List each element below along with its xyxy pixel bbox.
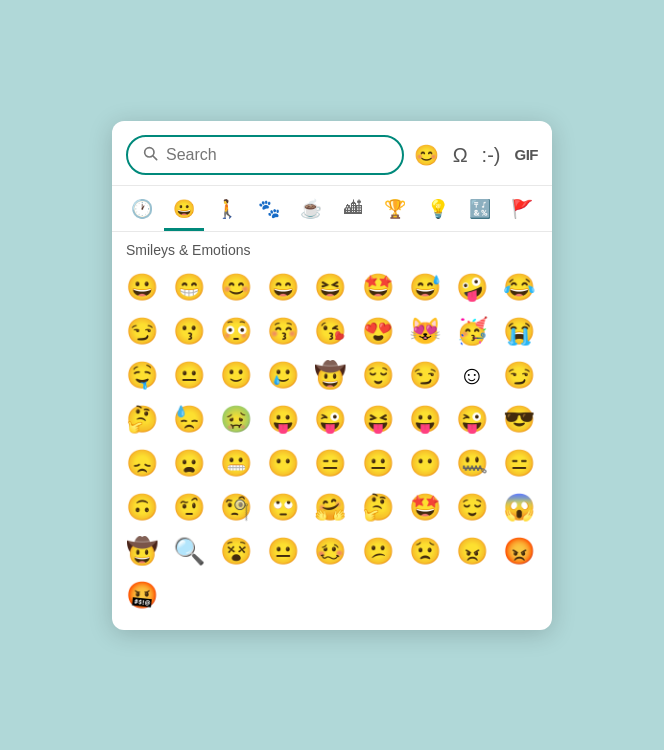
- emoji-cell[interactable]: 😗: [167, 310, 211, 354]
- tab-smileys[interactable]: 😀: [164, 192, 204, 231]
- emoji-cell[interactable]: 🥴: [308, 530, 352, 574]
- emoji-cell[interactable]: 😜: [308, 398, 352, 442]
- tab-food[interactable]: ☕: [291, 192, 331, 231]
- emoji-cell[interactable]: 🤔: [356, 486, 400, 530]
- tab-animals[interactable]: 🐾: [249, 192, 289, 231]
- emoji-cell[interactable]: 😳: [214, 310, 258, 354]
- emoji-cell[interactable]: 😑: [308, 442, 352, 486]
- emoji-cell[interactable]: 🤠: [308, 354, 352, 398]
- emoji-picker: 😊 Ω :-) GIF 🕐😀🚶🐾☕🏙🏆💡🔣🚩 Smileys & Emotion…: [112, 121, 552, 630]
- search-icon: [142, 145, 158, 165]
- emoji-cell[interactable]: 😐: [167, 354, 211, 398]
- tab-recent[interactable]: 🕐: [122, 192, 162, 231]
- emoji-cell[interactable]: 😚: [261, 310, 305, 354]
- emoji-cell[interactable]: 😌: [450, 486, 494, 530]
- text-face-icon-btn[interactable]: :-): [482, 145, 501, 165]
- emoji-cell[interactable]: 🔍: [167, 530, 211, 574]
- emoji-cell[interactable]: 😛: [261, 398, 305, 442]
- emoji-cell[interactable]: 😄: [261, 266, 305, 310]
- emoji-cell[interactable]: 😐: [261, 530, 305, 574]
- emoji-cell[interactable]: 😻: [403, 310, 447, 354]
- emoji-cell[interactable]: 😞: [120, 442, 164, 486]
- tab-people[interactable]: 🚶: [206, 192, 246, 231]
- emoji-cell[interactable]: 😊: [214, 266, 258, 310]
- emoji-cell[interactable]: 🧐: [214, 486, 258, 530]
- emoji-cell[interactable]: 🤐: [450, 442, 494, 486]
- section-label: Smileys & Emotions: [112, 232, 552, 264]
- gif-icon-btn[interactable]: GIF: [515, 147, 539, 162]
- search-input[interactable]: [166, 146, 388, 164]
- emoji-cell[interactable]: 😱: [497, 486, 541, 530]
- emoji-cell[interactable]: 🤨: [167, 486, 211, 530]
- emoji-cell[interactable]: 🤩: [356, 266, 400, 310]
- emoji-cell[interactable]: 😏: [403, 354, 447, 398]
- emoji-cell[interactable]: ☺️: [450, 354, 494, 398]
- emoji-cell[interactable]: 😡: [497, 530, 541, 574]
- emoji-cell[interactable]: 🤔: [120, 398, 164, 442]
- emoji-cell[interactable]: 😘: [308, 310, 352, 354]
- tab-objects[interactable]: 🏆: [375, 192, 415, 231]
- tab-flags[interactable]: 🚩: [502, 192, 542, 231]
- emoji-cell[interactable]: 😆: [308, 266, 352, 310]
- emoji-cell[interactable]: 😌: [356, 354, 400, 398]
- emoji-cell[interactable]: 😍: [356, 310, 400, 354]
- emoji-cell[interactable]: 🥲: [261, 354, 305, 398]
- emoji-cell[interactable]: 😕: [356, 530, 400, 574]
- search-box[interactable]: [126, 135, 404, 175]
- tab-symbols[interactable]: 💡: [417, 192, 457, 231]
- emoji-cell[interactable]: 🙄: [261, 486, 305, 530]
- emoji-icon-btn[interactable]: 😊: [414, 145, 439, 165]
- emoji-cell[interactable]: 🤤: [120, 354, 164, 398]
- emoji-cell[interactable]: 😅: [403, 266, 447, 310]
- emoji-cell[interactable]: 🤬: [120, 574, 164, 618]
- emoji-cell[interactable]: 😠: [450, 530, 494, 574]
- emoji-cell[interactable]: 😜: [450, 398, 494, 442]
- emoji-cell[interactable]: 😎: [497, 398, 541, 442]
- emoji-cell[interactable]: 😝: [356, 398, 400, 442]
- emoji-cell[interactable]: 😓: [167, 398, 211, 442]
- emoji-cell[interactable]: 😑: [497, 442, 541, 486]
- emoji-cell[interactable]: 😏: [497, 354, 541, 398]
- emoji-cell[interactable]: 🤗: [308, 486, 352, 530]
- emoji-cell[interactable]: 🤪: [450, 266, 494, 310]
- emoji-cell[interactable]: 😶: [261, 442, 305, 486]
- svg-line-1: [153, 156, 157, 160]
- emoji-cell[interactable]: 😟: [403, 530, 447, 574]
- emoji-cell[interactable]: 😶: [403, 442, 447, 486]
- header-icons: 😊 Ω :-) GIF: [414, 145, 538, 165]
- emoji-cell[interactable]: 😀: [120, 266, 164, 310]
- omega-icon-btn[interactable]: Ω: [453, 145, 468, 165]
- emoji-cell[interactable]: 😛: [403, 398, 447, 442]
- emoji-cell[interactable]: 🤩: [403, 486, 447, 530]
- tab-travel[interactable]: 🏙: [333, 192, 373, 230]
- emoji-cell[interactable]: 🙂: [214, 354, 258, 398]
- emoji-cell[interactable]: 😂: [497, 266, 541, 310]
- tab-special[interactable]: 🔣: [460, 192, 500, 231]
- emoji-grid: 😀😁😊😄😆🤩😅🤪😂😏😗😳😚😘😍😻🥳😭🤤😐🙂🥲🤠😌😏☺️😏🤔😓🤢😛😜😝😛😜😎😞😦😬…: [112, 264, 552, 622]
- emoji-cell[interactable]: 🤠: [120, 530, 164, 574]
- emoji-cell[interactable]: 🤢: [214, 398, 258, 442]
- emoji-cell[interactable]: 😦: [167, 442, 211, 486]
- header-row: 😊 Ω :-) GIF: [112, 121, 552, 186]
- emoji-cell[interactable]: 🥳: [450, 310, 494, 354]
- emoji-cell[interactable]: 😬: [214, 442, 258, 486]
- emoji-cell[interactable]: 😭: [497, 310, 541, 354]
- emoji-cell[interactable]: 😐: [356, 442, 400, 486]
- emoji-cell[interactable]: 😏: [120, 310, 164, 354]
- category-tabs: 🕐😀🚶🐾☕🏙🏆💡🔣🚩: [112, 186, 552, 232]
- emoji-cell[interactable]: 😵: [214, 530, 258, 574]
- emoji-cell[interactable]: 😁: [167, 266, 211, 310]
- emoji-cell[interactable]: 🙃: [120, 486, 164, 530]
